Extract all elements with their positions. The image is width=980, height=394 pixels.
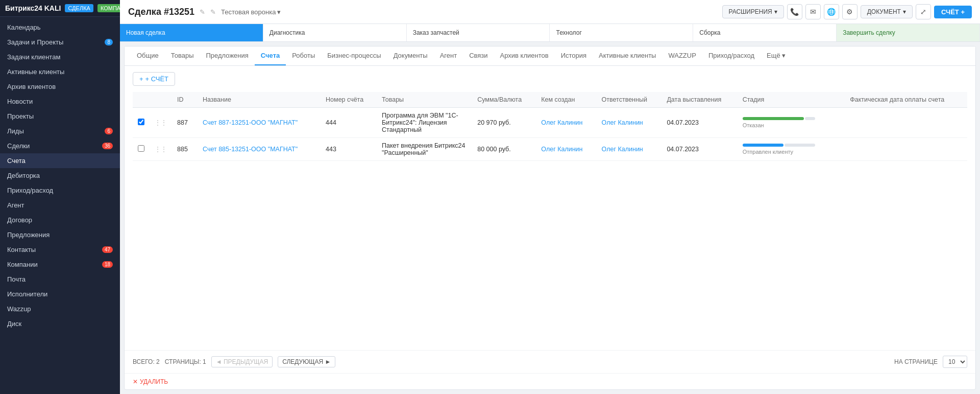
funnel-selector[interactable]: Тестовая воронка ▾ xyxy=(221,8,281,16)
tab-proposals[interactable]: Предложения xyxy=(200,47,254,65)
content-area: ОбщиеТоварыПредложенияСчетаРоботыБизнес-… xyxy=(124,46,976,390)
row-checkbox-1[interactable] xyxy=(133,138,150,161)
edit-title-icon[interactable]: ✎ xyxy=(200,8,205,16)
app-logo: Битрикс24 KALI xyxy=(5,4,61,12)
sidebar-item-debtors[interactable]: Дебиторка xyxy=(0,168,120,183)
sidebar-item-mail[interactable]: Почта xyxy=(0,272,120,287)
sidebar-nav: КалендарьЗадачи и Проекты8Задачи клиента… xyxy=(0,17,120,394)
pipeline-stage-order-parts[interactable]: Заказ запчастей xyxy=(407,24,550,41)
row-paid-date-1 xyxy=(845,138,967,161)
tab-more[interactable]: Ещё ▾ xyxy=(761,47,792,65)
tab-bizproc[interactable]: Бизнес-процессы xyxy=(321,47,387,65)
document-button[interactable]: ДОКУМЕНТ ▾ xyxy=(861,5,913,18)
sidebar-item-companies[interactable]: Компании18 xyxy=(0,257,120,272)
sidebar-item-proposals[interactable]: Предложения xyxy=(0,227,120,242)
checkbox-input-0[interactable] xyxy=(138,119,144,125)
row-responsible-1[interactable]: Олег Калинин xyxy=(597,138,662,161)
tabs-bar: ОбщиеТоварыПредложенияСчетаРоботыБизнес-… xyxy=(125,47,975,66)
main-content: Сделка #13251 ✎ ✎ Тестовая воронка ▾ РАС… xyxy=(120,0,980,394)
row-issue-date-0: 04.07.2023 xyxy=(662,108,737,138)
tab-links[interactable]: Связи xyxy=(463,47,494,65)
sidebar: Битрикс24 KALI СДЕЛКА КОМПАНИИ Календарь… xyxy=(0,0,120,394)
total-count: ВСЕГО: 2 xyxy=(133,358,160,365)
prev-page-button[interactable]: ◄ ПРЕДЫДУЩАЯ xyxy=(211,356,273,367)
row-checkbox-0[interactable] xyxy=(133,108,150,138)
settings-icon-button[interactable]: ⚙ xyxy=(842,4,857,19)
row-drag-icon[interactable]: ⋮⋮ xyxy=(155,119,167,126)
expand-button[interactable]: ⤢ xyxy=(916,4,931,19)
sidebar-item-contacts[interactable]: Контакты47 xyxy=(0,242,120,257)
sidebar-item-agent[interactable]: Агент xyxy=(0,198,120,213)
tab-general[interactable]: Общие xyxy=(131,47,165,65)
pipeline-stage-assembly[interactable]: Сборка xyxy=(693,24,837,41)
phone-icon-button[interactable]: 📞 xyxy=(787,4,802,19)
extensions-button[interactable]: РАСШИРЕНИЯ ▾ xyxy=(722,5,784,18)
col-header-issue_date: Дата выставления xyxy=(662,92,737,108)
tab-goods[interactable]: Товары xyxy=(165,47,200,65)
sidebar-item-active-clients[interactable]: Активные клиенты xyxy=(0,64,120,79)
row-responsible-0[interactable]: Олег Калинин xyxy=(597,108,662,138)
tab-active-clients[interactable]: Активные клиенты xyxy=(593,47,662,65)
sidebar-item-news[interactable]: Новости xyxy=(0,94,120,109)
row-name-1[interactable]: Счет 885-13251-ООО "МАГНАТ" xyxy=(198,138,321,161)
tab-history[interactable]: История xyxy=(555,47,593,65)
email-icon-button[interactable]: ✉ xyxy=(805,4,821,19)
col-header-id: ID xyxy=(172,92,198,108)
sidebar-badge-deals: 36 xyxy=(102,143,113,149)
row-created-by-0[interactable]: Олег Калинин xyxy=(536,108,596,138)
row-number-0: 444 xyxy=(321,108,377,138)
sidebar-item-income-expense[interactable]: Приход/расход xyxy=(0,183,120,198)
col-header-checkbox xyxy=(133,92,150,108)
tab-income-expense[interactable]: Приход/расход xyxy=(702,47,761,65)
sidebar-item-projects[interactable]: Проекты xyxy=(0,109,120,124)
sidebar-item-label: Календарь xyxy=(7,24,113,31)
globe-icon-button[interactable]: 🌐 xyxy=(824,4,839,19)
row-name-0[interactable]: Счет 887-13251-ООО "МАГНАТ" xyxy=(198,108,321,138)
sidebar-item-label: Задачи и Проекты xyxy=(7,38,100,46)
sidebar-item-client-tasks[interactable]: Задачи клиентам xyxy=(0,50,120,64)
checkbox-input-1[interactable] xyxy=(138,145,144,152)
sidebar-item-tasks[interactable]: Задачи и Проекты8 xyxy=(0,35,120,50)
delete-button[interactable]: ✕ УДАЛИТЬ xyxy=(133,378,168,385)
sidebar-item-contract[interactable]: Договор xyxy=(0,213,120,227)
sidebar-item-label: Wazzup xyxy=(7,305,113,313)
tab-wazzup[interactable]: WAZZUP xyxy=(662,47,702,65)
deal-badge[interactable]: СДЕЛКА xyxy=(65,4,93,12)
sidebar-item-label: Предложения xyxy=(7,231,113,239)
sidebar-item-executors[interactable]: Исполнители xyxy=(0,287,120,302)
per-page-select[interactable]: 10 20 50 xyxy=(943,356,967,368)
row-stage-0: Отказан xyxy=(738,108,845,138)
tab-archive[interactable]: Архив клиентов xyxy=(494,47,555,65)
create-invoice-button[interactable]: СЧЁТ + xyxy=(934,6,972,18)
sidebar-item-label: Дебиторка xyxy=(7,172,113,179)
pipeline-stage-new-deal[interactable]: Новая сделка xyxy=(120,24,263,41)
row-number-1: 443 xyxy=(321,138,377,161)
topbar: Сделка #13251 ✎ ✎ Тестовая воронка ▾ РАС… xyxy=(120,0,980,24)
sidebar-item-label: Лиды xyxy=(7,127,100,135)
row-icon-cell-0: ⋮⋮ xyxy=(150,108,172,138)
pipeline-stage-diagnostics[interactable]: Диагностика xyxy=(263,24,407,41)
tab-documents[interactable]: Документы xyxy=(387,47,434,65)
sidebar-item-disk[interactable]: Диск xyxy=(0,316,120,331)
row-created-by-1[interactable]: Олег Калинин xyxy=(536,138,596,161)
delete-row: ✕ УДАЛИТЬ xyxy=(125,373,975,389)
edit-funnel-icon[interactable]: ✎ xyxy=(210,8,216,16)
pipeline-stage-technologist[interactable]: Технолог xyxy=(550,24,693,41)
sidebar-item-leads[interactable]: Лиды6 xyxy=(0,124,120,138)
row-drag-icon[interactable]: ⋮⋮ xyxy=(155,146,167,153)
sidebar-badge-companies: 18 xyxy=(102,261,113,268)
tab-invoices[interactable]: Счета xyxy=(255,47,286,65)
sidebar-item-invoices[interactable]: Счета xyxy=(0,153,120,168)
sidebar-item-wazzup[interactable]: Wazzup xyxy=(0,302,120,316)
tab-robots[interactable]: Роботы xyxy=(286,47,321,65)
sidebar-item-calendar[interactable]: Календарь xyxy=(0,20,120,35)
add-invoice-button[interactable]: + + СЧЁТ xyxy=(133,72,175,86)
sidebar-item-label: Исполнители xyxy=(7,290,113,298)
tab-agent[interactable]: Агент xyxy=(434,47,463,65)
company-badge[interactable]: КОМПАНИИ xyxy=(97,4,120,12)
pipeline-stage-close-deal[interactable]: Завершить сделку xyxy=(837,24,980,41)
sidebar-item-deals[interactable]: Сделки36 xyxy=(0,138,120,153)
sidebar-item-archive-clients[interactable]: Архив клиентов xyxy=(0,79,120,94)
page-title: Сделка #13251 xyxy=(128,7,194,17)
next-page-button[interactable]: СЛЕДУЮЩАЯ ► xyxy=(278,356,335,367)
